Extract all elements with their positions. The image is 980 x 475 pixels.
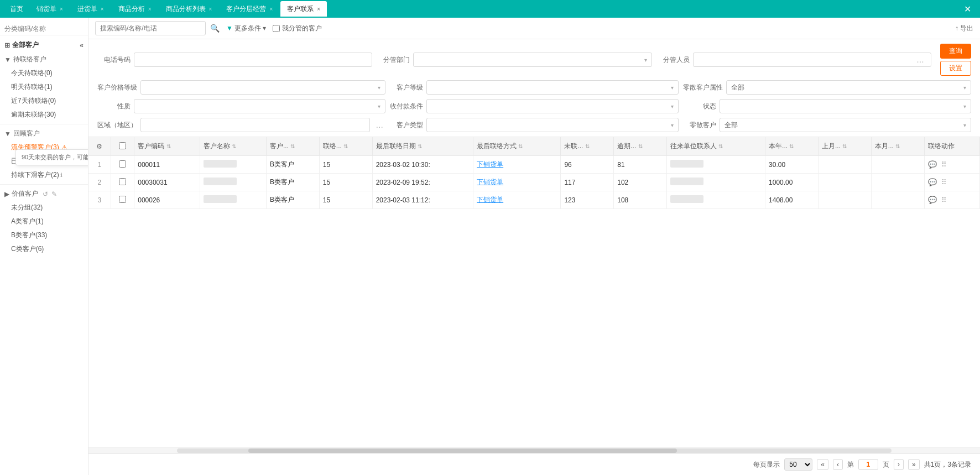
search-button[interactable]: 🔍 [210, 24, 220, 33]
tab-sales-order[interactable]: 销货单 × [30, 1, 70, 17]
grid-icon: ⊞ [4, 41, 10, 49]
tab-purchase-order[interactable]: 进货单 × [71, 1, 111, 17]
sidebar-search-icon: 🔍 [87, 24, 88, 33]
checkbox-column-header[interactable] [111, 137, 134, 156]
manager-dots[interactable]: … [914, 55, 926, 64]
manager-select[interactable]: … [693, 53, 931, 67]
row-last-method-1[interactable]: 下销货单 [473, 174, 561, 191]
sidebar-item-a-class[interactable]: A类客户(1) [0, 215, 88, 228]
sidebar-item-b-class[interactable]: B类客户(33) [0, 228, 88, 242]
uncontacted-column-header[interactable]: 未联... ⇅ [561, 137, 614, 156]
divider-2 [0, 184, 88, 185]
price-level-select[interactable]: ▾ [140, 80, 385, 95]
name-column-header[interactable]: 客户名称 ⇅ [200, 137, 267, 156]
customer-type-field: 客户类型 ▾ [390, 118, 678, 132]
tab-product-analysis[interactable]: 商品分析 × [112, 1, 158, 17]
last-method-link-1[interactable]: 下销货单 [477, 178, 503, 186]
prev-page-button[interactable]: ‹ [833, 459, 843, 470]
close-customer-segmentation-icon[interactable]: × [269, 6, 273, 12]
select-all-checkbox[interactable] [119, 142, 126, 149]
tab-customer-segmentation[interactable]: 客户分层经营 × [220, 1, 279, 17]
last-method-column-header[interactable]: 最后联络方式 ⇅ [473, 137, 561, 156]
sidebar-item-overdue-contact[interactable]: 逾期未联络(30) [0, 108, 88, 122]
sidebar-all-customers[interactable]: ⊞ 全部客户 « [0, 38, 88, 53]
home-tab[interactable]: 首页 [4, 4, 29, 14]
collapse-sidebar-icon[interactable]: « [80, 41, 84, 49]
row-checkbox-2[interactable] [111, 191, 134, 209]
first-page-button[interactable]: « [817, 459, 828, 470]
per-page-select[interactable]: 50 100 200 [784, 458, 812, 471]
row-checkbox-0[interactable] [111, 156, 134, 174]
last-method-link-2[interactable]: 下销货单 [477, 196, 503, 203]
close-product-analysis-list-icon[interactable]: × [209, 6, 212, 12]
more-action-icon-2[interactable]: ⠿ [941, 196, 947, 204]
row-overdue-1: 102 [614, 174, 667, 191]
more-action-icon-0[interactable]: ⠿ [941, 160, 947, 169]
export-button[interactable]: ↑ 导出 [955, 24, 973, 33]
phone-input[interactable] [134, 53, 372, 67]
sidebar-search-input[interactable] [4, 25, 87, 33]
table-settings-icon[interactable]: ⚙ [96, 143, 102, 150]
sidebar-group-review[interactable]: ▼ 回顾客户 [0, 127, 88, 140]
region-input[interactable] [140, 118, 370, 132]
my-customers-checkbox[interactable] [273, 25, 280, 32]
retail-attr-select[interactable]: 全部 ▾ [726, 80, 971, 95]
sidebar-item-today-contact[interactable]: 今天待联络(0) [0, 66, 88, 80]
chevron-down-icon: ▾ [263, 24, 266, 32]
my-customers-checkbox-label[interactable]: 我分管的客户 [273, 24, 322, 33]
tab-customer-contact[interactable]: 客户联系 × [280, 1, 327, 17]
row-last-method-2[interactable]: 下销货单 [473, 191, 561, 209]
this-year-column-header[interactable]: 本年... ⇅ [765, 137, 819, 156]
sidebar-item-ungrouped[interactable]: 未分组(32) [0, 201, 88, 215]
overdue-column-header[interactable]: 逾期... ⇅ [614, 137, 667, 156]
search-input[interactable] [95, 21, 206, 35]
status-select[interactable]: ▾ [720, 99, 971, 113]
customer-level-select[interactable]: ▾ [426, 80, 678, 95]
retail-customer-select[interactable]: 全部 ▾ [720, 118, 971, 132]
last-month-column-header[interactable]: 上月... ⇅ [818, 137, 871, 156]
payment-select[interactable]: ▾ [426, 99, 678, 113]
last-page-button[interactable]: » [908, 459, 920, 470]
close-purchase-order-icon[interactable]: × [101, 6, 104, 12]
contact-column-header[interactable]: 联络... ⇅ [319, 137, 372, 156]
last-method-link-0[interactable]: 下销货单 [477, 160, 503, 168]
settings-button[interactable]: 设置 [940, 61, 971, 76]
sidebar-item-7days-contact[interactable]: 近7天待联络(0) [0, 94, 88, 108]
next-page-button[interactable]: › [894, 459, 904, 470]
contact2-column-header[interactable]: 往来单位联系人 ⇅ [667, 137, 765, 156]
last-date-column-header[interactable]: 最后联络日期 ⇅ [372, 137, 473, 156]
edit-value-icon[interactable]: ✎ [51, 190, 57, 198]
region-dots[interactable]: … [373, 121, 385, 129]
close-product-analysis-icon[interactable]: × [148, 6, 152, 12]
chat-icon-0[interactable]: 💬 [928, 160, 937, 169]
chat-icon-1[interactable]: 💬 [928, 178, 937, 186]
refresh-value-icon[interactable]: ↺ [43, 190, 48, 198]
query-button[interactable]: 查询 [940, 44, 971, 59]
horizontal-scrollbar[interactable] [88, 447, 980, 453]
dept-select[interactable]: ▾ [413, 53, 651, 67]
row-checkbox-1[interactable] [111, 174, 134, 191]
type-column-header[interactable]: 客户... ⇅ [266, 137, 319, 156]
more-action-icon-1[interactable]: ⠿ [941, 178, 947, 186]
gear-column-header[interactable]: ⚙ [88, 137, 111, 156]
sidebar-group-value[interactable]: ▶ 价值客户 ↺ ✎ [0, 187, 88, 201]
this-month-column-header[interactable]: 本月... ⇅ [871, 137, 924, 156]
close-all-tabs-button[interactable]: ✕ [960, 4, 976, 14]
sidebar-item-c-class[interactable]: C类客户(6) [0, 242, 88, 256]
more-conditions-button[interactable]: ▼ 更多条件 ▾ [224, 24, 268, 33]
nature-select[interactable]: ▾ [134, 99, 385, 113]
sidebar-item-declining[interactable]: 持续下滑客户(2) ℹ [0, 168, 88, 182]
close-sales-order-icon[interactable]: × [60, 6, 63, 12]
sidebar-item-tomorrow-contact[interactable]: 明天待联络(1) [0, 80, 88, 94]
phone-field: 电话号码 [97, 53, 372, 67]
sidebar-group-pending[interactable]: ▼ 待联络客户 [0, 53, 88, 66]
code-column-header[interactable]: 客户编码 ⇅ [134, 137, 200, 156]
total-info: 共1页，3条记录 [924, 460, 971, 469]
row-last-method-0[interactable]: 下销货单 [473, 156, 561, 174]
chat-icon-2[interactable]: 💬 [928, 196, 937, 204]
scrollbar-thumb[interactable] [248, 448, 677, 453]
customer-type-select[interactable]: ▾ [426, 118, 678, 132]
tab-product-analysis-list[interactable]: 商品分析列表 × [159, 1, 219, 17]
current-page-input[interactable] [858, 459, 878, 470]
close-customer-contact-icon[interactable]: × [317, 6, 320, 12]
